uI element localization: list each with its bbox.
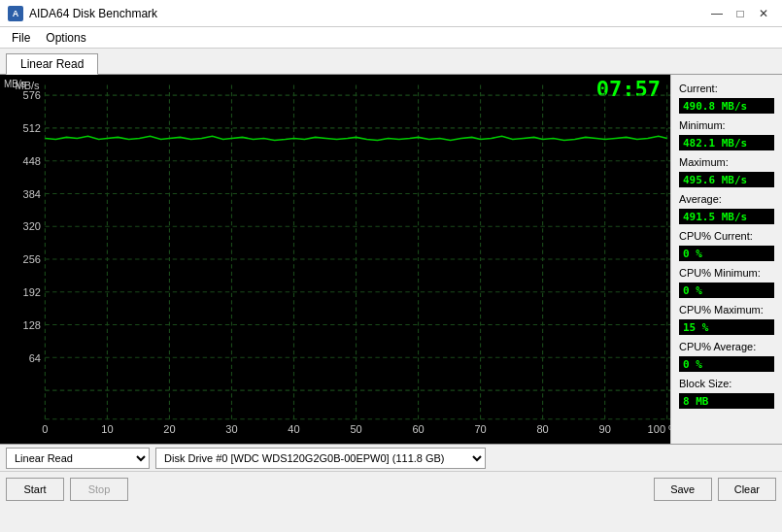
minimum-value: 482.1 MB/s (679, 135, 774, 150)
svg-text:80: 80 (536, 424, 548, 436)
drive-dropdown[interactable]: Disk Drive #0 [WDC WDS120G2G0B-00EPW0] (… (155, 448, 486, 469)
window-title: AIDA64 Disk Benchmark (29, 7, 157, 20)
svg-text:320: 320 (23, 221, 41, 233)
maximize-button[interactable]: □ (730, 5, 751, 22)
average-value: 491.5 MB/s (679, 209, 774, 224)
tab-linear-read[interactable]: Linear Read (6, 53, 98, 75)
svg-text:576: 576 (23, 90, 41, 102)
maximum-label: Maximum: (679, 156, 774, 168)
bottom-controls-row1: Linear Read Disk Drive #0 [WDC WDS120G2G… (0, 444, 782, 471)
current-value: 490.8 MB/s (679, 98, 774, 114)
clear-button[interactable]: Clear (718, 478, 776, 501)
cpu-average-value: 0 % (679, 356, 774, 372)
tab-bar: Linear Read (0, 49, 782, 75)
svg-text:40: 40 (288, 424, 299, 436)
main-area: 07:57 MB/s (0, 75, 782, 444)
title-bar-left: A AIDA64 Disk Benchmark (8, 6, 157, 21)
svg-text:90: 90 (599, 424, 611, 436)
svg-text:60: 60 (412, 424, 424, 436)
block-size-value: 8 MB (679, 393, 774, 409)
svg-text:384: 384 (23, 188, 41, 200)
right-buttons: Save Clear (654, 478, 776, 501)
svg-text:128: 128 (23, 319, 41, 331)
window-controls: — □ ✕ (706, 5, 774, 22)
svg-text:30: 30 (225, 424, 237, 436)
svg-text:100 %: 100 % (648, 424, 670, 436)
svg-text:50: 50 (350, 424, 361, 436)
svg-text:512: 512 (23, 122, 41, 134)
bottom-controls-row2: Start Stop Save Clear (0, 471, 782, 506)
app-icon: A (8, 6, 23, 21)
cpu-average-label: CPU% Average: (679, 341, 774, 352)
cpu-maximum-value: 15 % (679, 319, 774, 335)
cpu-current-label: CPU% Current: (679, 230, 774, 242)
chart-area: 07:57 MB/s (0, 75, 670, 444)
menu-file[interactable]: File (4, 29, 38, 47)
menu-bar: File Options (0, 27, 782, 49)
menu-options[interactable]: Options (38, 29, 93, 47)
svg-text:10: 10 (101, 424, 113, 436)
sidebar: Current: 490.8 MB/s Minimum: 482.1 MB/s … (670, 75, 782, 444)
svg-text:70: 70 (474, 424, 486, 436)
cpu-current-value: 0 % (679, 246, 774, 261)
save-button[interactable]: Save (654, 478, 712, 501)
start-button[interactable]: Start (6, 478, 64, 501)
stop-button[interactable]: Stop (70, 478, 128, 501)
maximum-value: 495.6 MB/s (679, 172, 774, 187)
block-size-label: Block Size: (679, 378, 774, 389)
minimize-button[interactable]: — (706, 5, 728, 22)
current-label: Current: (679, 83, 774, 94)
average-label: Average: (679, 193, 774, 205)
minimum-label: Minimum: (679, 119, 774, 131)
close-button[interactable]: ✕ (753, 5, 774, 22)
cpu-minimum-value: 0 % (679, 283, 774, 298)
svg-text:20: 20 (163, 424, 175, 436)
title-bar: A AIDA64 Disk Benchmark — □ ✕ (0, 0, 782, 27)
svg-text:MB/s: MB/s (15, 80, 40, 91)
left-buttons: Start Stop (6, 478, 128, 501)
svg-text:256: 256 (23, 253, 41, 265)
chart-svg: 576 512 448 384 320 256 192 128 64 0 10 … (0, 75, 670, 444)
cpu-maximum-label: CPU% Maximum: (679, 304, 774, 316)
cpu-minimum-label: CPU% Minimum: (679, 267, 774, 279)
test-type-dropdown[interactable]: Linear Read (6, 448, 150, 469)
svg-text:64: 64 (29, 352, 41, 364)
svg-text:448: 448 (23, 155, 41, 167)
svg-text:192: 192 (23, 286, 41, 298)
svg-text:0: 0 (42, 424, 48, 436)
